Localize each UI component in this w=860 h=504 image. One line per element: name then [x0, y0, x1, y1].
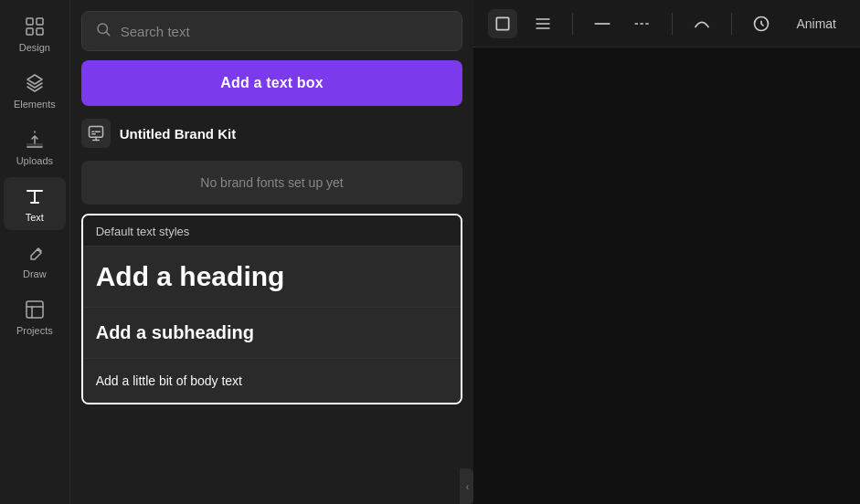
- svg-rect-9: [497, 17, 509, 29]
- svg-rect-1: [37, 18, 43, 25]
- sidebar-item-label-projects: Projects: [16, 325, 53, 336]
- sidebar-item-design[interactable]: Design: [4, 7, 66, 60]
- svg-rect-0: [27, 18, 33, 25]
- design-icon: [23, 15, 47, 38]
- animate-button[interactable]: Animat: [787, 11, 845, 37]
- sidebar-item-projects[interactable]: Projects: [4, 290, 66, 343]
- text-panel: Add a text box Untitled Brand Kit No bra…: [70, 0, 474, 504]
- sidebar-item-label-uploads: Uploads: [16, 155, 53, 166]
- top-toolbar: Animat: [473, 0, 860, 47]
- add-textbox-button[interactable]: Add a text box: [81, 60, 463, 106]
- sidebar-item-uploads[interactable]: Uploads: [4, 121, 66, 173]
- no-brand-fonts: No brand fonts set up yet: [81, 161, 463, 205]
- animate-circle-btn[interactable]: [747, 9, 776, 38]
- square-toolbar-btn[interactable]: [488, 9, 517, 38]
- sidebar-item-elements[interactable]: Elements: [4, 64, 66, 117]
- canvas-area: Animat: [473, 0, 860, 504]
- toolbar-divider-2: [672, 13, 673, 35]
- heading-style-item[interactable]: Add a heading: [83, 246, 462, 307]
- toolbar-divider-3: [731, 13, 732, 35]
- svg-rect-3: [37, 28, 43, 35]
- toolbar-divider-1: [572, 13, 573, 35]
- brand-kit-icon: [81, 119, 111, 148]
- curve-toolbar-btn[interactable]: [687, 9, 717, 38]
- projects-icon: [23, 298, 47, 321]
- sidebar-item-label-design: Design: [19, 42, 50, 53]
- search-icon: [95, 21, 111, 41]
- sidebar: Design Elements Uploads Text Draw Projec…: [0, 0, 70, 504]
- default-text-styles-header: Default text styles: [83, 215, 462, 246]
- dash2-toolbar-btn[interactable]: [628, 9, 657, 38]
- sidebar-item-draw[interactable]: Draw: [4, 234, 66, 287]
- sidebar-item-text[interactable]: Text: [4, 177, 66, 230]
- body-style-item[interactable]: Add a little bit of body text: [83, 358, 462, 403]
- subheading-style-item[interactable]: Add a subheading: [83, 307, 462, 358]
- lines-toolbar-btn[interactable]: [528, 9, 557, 38]
- text-icon: [23, 184, 47, 208]
- sidebar-item-label-text: Text: [26, 212, 44, 223]
- search-input[interactable]: [121, 24, 450, 39]
- sidebar-item-label-draw: Draw: [23, 268, 47, 279]
- dash1-toolbar-btn[interactable]: [588, 9, 617, 38]
- sidebar-item-label-elements: Elements: [14, 99, 56, 110]
- default-text-styles-section: Default text styles Add a heading Add a …: [81, 214, 463, 404]
- svg-point-7: [98, 24, 108, 34]
- elements-icon: [23, 71, 47, 95]
- draw-icon: [23, 241, 47, 265]
- collapse-handle[interactable]: ‹: [460, 468, 473, 504]
- svg-rect-6: [27, 301, 43, 318]
- canvas[interactable]: [473, 47, 860, 504]
- uploads-icon: [23, 128, 47, 152]
- svg-rect-2: [27, 28, 33, 35]
- search-bar[interactable]: [81, 11, 463, 51]
- brand-kit-header: Untitled Brand Kit: [81, 115, 463, 152]
- brand-kit-title: Untitled Brand Kit: [120, 126, 237, 142]
